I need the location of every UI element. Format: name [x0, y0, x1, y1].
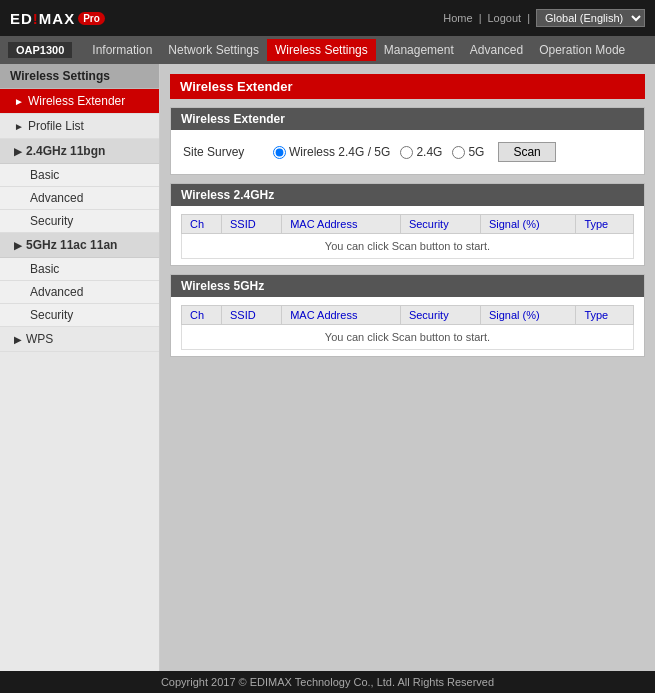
navbar: OAP1300 Information Network Settings Wir…	[0, 36, 655, 64]
chevron-right-icon-profile: ►	[14, 121, 24, 132]
col-security-5: Security	[400, 306, 480, 325]
col-ch-2.4: Ch	[182, 215, 222, 234]
sidebar-subitem-basic-5[interactable]: Basic	[0, 258, 159, 281]
bullet-wps: ▶	[14, 334, 22, 345]
bullet-5: ▶	[14, 240, 22, 251]
sidebar: Wireless Settings ► Wireless Extender ► …	[0, 64, 160, 671]
logo: ED!MAX Pro	[10, 10, 105, 27]
col-security-2.4: Security	[400, 215, 480, 234]
site-survey-label: Site Survey	[183, 145, 273, 159]
col-ssid-5: SSID	[222, 306, 282, 325]
col-signal-2.4: Signal (%)	[480, 215, 575, 234]
wireless-extender-header: Wireless Extender	[171, 108, 644, 130]
sidebar-item-wireless-extender[interactable]: ► Wireless Extender	[0, 89, 159, 114]
wireless-5ghz-section: Wireless 5GHz Ch SSID MAC Address Securi…	[170, 274, 645, 357]
sidebar-subitem-security-5[interactable]: Security	[0, 304, 159, 327]
table-row-empty-2.4: You can click Scan button to start.	[182, 234, 634, 259]
logo-pro: Pro	[78, 12, 105, 25]
chevron-right-icon: ►	[14, 96, 24, 107]
radio-both[interactable]: Wireless 2.4G / 5G	[273, 145, 390, 159]
sidebar-group-2.4ghz[interactable]: ▶2.4GHz 11bgn	[0, 139, 159, 164]
lang-select[interactable]: Global (English)	[536, 9, 645, 27]
sidebar-item-profile-list[interactable]: ► Profile List	[0, 114, 159, 139]
radio-group: Wireless 2.4G / 5G 2.4G 5G Scan	[273, 142, 632, 162]
col-mac-5: MAC Address	[282, 306, 401, 325]
device-label: OAP1300	[8, 42, 72, 58]
sidebar-subitem-basic-2.4[interactable]: Basic	[0, 164, 159, 187]
wireless-2.4ghz-body: Ch SSID MAC Address Security Signal (%) …	[171, 206, 644, 265]
wireless-5ghz-header: Wireless 5GHz	[171, 275, 644, 297]
radio-2.4g-input[interactable]	[400, 146, 413, 159]
col-mac-2.4: MAC Address	[282, 215, 401, 234]
wireless-5ghz-body: Ch SSID MAC Address Security Signal (%) …	[171, 297, 644, 356]
wireless-2.4ghz-table: Ch SSID MAC Address Security Signal (%) …	[181, 214, 634, 259]
empty-msg-2.4: You can click Scan button to start.	[182, 234, 634, 259]
sidebar-subitem-advanced-2.4[interactable]: Advanced	[0, 187, 159, 210]
wireless-2.4ghz-header: Wireless 2.4GHz	[171, 184, 644, 206]
wireless-extender-body: Site Survey Wireless 2.4G / 5G 2.4G 5	[171, 130, 644, 174]
nav-advanced[interactable]: Advanced	[462, 39, 531, 61]
col-signal-5: Signal (%)	[480, 306, 575, 325]
nav-operation-mode[interactable]: Operation Mode	[531, 39, 633, 61]
col-type-5: Type	[576, 306, 634, 325]
sidebar-group-5ghz[interactable]: ▶5GHz 11ac 11an	[0, 233, 159, 258]
home-link[interactable]: Home	[443, 12, 472, 24]
radio-2.4g[interactable]: 2.4G	[400, 145, 442, 159]
sidebar-item-wps[interactable]: ▶WPS	[0, 327, 159, 352]
empty-msg-5: You can click Scan button to start.	[182, 325, 634, 350]
sidebar-section-header: Wireless Settings	[0, 64, 159, 89]
sidebar-subitem-security-2.4[interactable]: Security	[0, 210, 159, 233]
logo-text: ED!MAX	[10, 10, 75, 27]
page-title: Wireless Extender	[170, 74, 645, 99]
table-row-empty-5: You can click Scan button to start.	[182, 325, 634, 350]
col-ch-5: Ch	[182, 306, 222, 325]
footer: Copyright 2017 © EDIMAX Technology Co., …	[0, 671, 655, 693]
wireless-5ghz-table: Ch SSID MAC Address Security Signal (%) …	[181, 305, 634, 350]
header: ED!MAX Pro Home | Logout | Global (Engli…	[0, 0, 655, 36]
col-type-2.4: Type	[576, 215, 634, 234]
bullet-2.4: ▶	[14, 146, 22, 157]
nav-management[interactable]: Management	[376, 39, 462, 61]
sidebar-subitem-advanced-5[interactable]: Advanced	[0, 281, 159, 304]
radio-both-input[interactable]	[273, 146, 286, 159]
nav-information[interactable]: Information	[84, 39, 160, 61]
nav-network-settings[interactable]: Network Settings	[160, 39, 267, 61]
radio-5g-input[interactable]	[452, 146, 465, 159]
radio-5g[interactable]: 5G	[452, 145, 484, 159]
content: Wireless Extender Wireless Extender Site…	[160, 64, 655, 671]
nav-wireless-settings[interactable]: Wireless Settings	[267, 39, 376, 61]
scan-button[interactable]: Scan	[498, 142, 555, 162]
logout-link[interactable]: Logout	[487, 12, 521, 24]
header-links: Home | Logout | Global (English)	[443, 9, 645, 27]
col-ssid-2.4: SSID	[222, 215, 282, 234]
site-survey-row: Site Survey Wireless 2.4G / 5G 2.4G 5	[183, 138, 632, 166]
wireless-extender-section: Wireless Extender Site Survey Wireless 2…	[170, 107, 645, 175]
wireless-2.4ghz-section: Wireless 2.4GHz Ch SSID MAC Address Secu…	[170, 183, 645, 266]
main: Wireless Settings ► Wireless Extender ► …	[0, 64, 655, 671]
